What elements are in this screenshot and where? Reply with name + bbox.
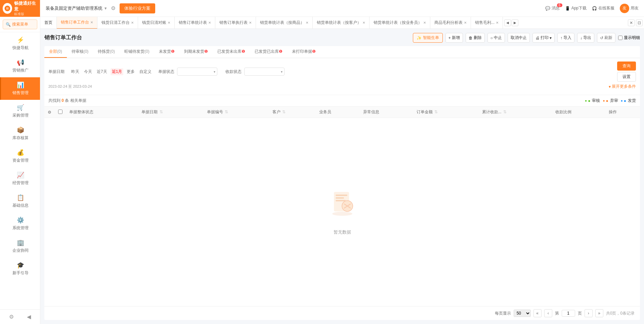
setting-button[interactable]: 设置 [617, 72, 636, 82]
svg-rect-3 [336, 197, 344, 199]
sidebar-item-purchase[interactable]: 🛒 采购管理 [0, 100, 40, 122]
sidebar-item-operations[interactable]: 📈 经营管理 [0, 167, 40, 190]
subtab-all[interactable]: 全部(0) [44, 46, 67, 58]
user-profile-btn[interactable]: 友 用友 [620, 4, 639, 13]
date-sort-icon[interactable]: ⇅ [160, 110, 163, 114]
first-page-button[interactable]: « [533, 309, 542, 317]
show-detail-checkbox[interactable] [618, 36, 622, 40]
show-detail-checkbox-label[interactable]: 显示明细 [618, 35, 640, 41]
gear-col-icon[interactable]: ⚙ [48, 110, 51, 115]
shortcut-custom[interactable]: 自定义 [138, 68, 153, 75]
shortcut-yesterday[interactable]: 昨天 [70, 68, 81, 75]
print-button[interactable]: 🖨 打印 ▾ [532, 33, 555, 43]
page-number-input[interactable] [562, 310, 575, 317]
expand-filter-button[interactable]: ▾ 展开更多条件 [609, 84, 636, 89]
shortcut-more[interactable]: 更多 [125, 68, 136, 75]
cancel-stop-button[interactable]: 取消中止 [508, 33, 530, 43]
tab-sales-staff[interactable]: 销货单统计表（按业务员） ✕ [370, 17, 430, 29]
th-received: 累计收款... ⇅ [479, 107, 552, 118]
subtab-shipped-not-out[interactable]: 已发货未出库❶ [213, 46, 250, 58]
sidebar-item-guide[interactable]: 🎓 新手引导 [0, 257, 40, 280]
tab-prev-arrow[interactable]: ◀ [504, 19, 511, 26]
tab-cash-daily[interactable]: 钱货日清工作台 ✕ [97, 17, 138, 29]
number-sort-icon[interactable]: ⇅ [225, 110, 228, 114]
subtab-expired[interactable]: 到期未发货❶ [179, 46, 213, 58]
subtab-shipped-out[interactable]: 已发货已出库❶ [250, 46, 287, 58]
tab-sales-stats[interactable]: 销售订单统计表 ✕ [175, 17, 215, 29]
tab-close-sales-more[interactable]: ✕ [496, 21, 499, 25]
search-menu-button[interactable]: 🔍 搜索菜单 [3, 19, 37, 29]
tab-close-sales-customer[interactable]: ✕ [362, 21, 365, 25]
sidebar-item-sales[interactable]: 📊 销售管理 [0, 77, 40, 100]
tab-close-sales-staff[interactable]: ✕ [423, 21, 426, 25]
subtab-pending-inspect[interactable]: 待拣货(0) [93, 46, 120, 58]
app-download-btn[interactable]: 📱 App下载 [565, 5, 587, 11]
received-sort-icon[interactable]: ⇅ [503, 110, 507, 114]
batch-deview-button[interactable]: ● 弃审 [603, 98, 618, 104]
sidebar-item-enterprise[interactable]: 🏢 企业协同 [0, 235, 40, 257]
collapse-sidebar-button[interactable]: ◀ [27, 314, 31, 320]
topbar-gear-icon[interactable]: ⚙ [111, 5, 116, 11]
add-button[interactable]: + 新增 [445, 33, 463, 43]
select-all-checkbox[interactable] [58, 110, 62, 114]
subtab-not-shipped[interactable]: 未发货❶ [154, 46, 179, 58]
tab-close-sales-product[interactable]: ✕ [306, 21, 308, 25]
subtab-wangpu[interactable]: 旺铺待发货(0) [120, 46, 154, 58]
finance-icon: 💰 [17, 149, 24, 156]
settings-icon[interactable]: ⚙ [9, 314, 14, 320]
tab-sales-customer[interactable]: 销货单统计表（按客户） ✕ [313, 17, 370, 29]
import-icon: ↑ [560, 36, 562, 40]
page-size-select[interactable]: 10 20 50 100 [514, 310, 531, 317]
tab-close-sales-exec[interactable]: ✕ [249, 21, 252, 25]
export-button[interactable]: ↓ 导出 [577, 33, 594, 43]
industry-btn[interactable]: 体验行业方案 [120, 3, 155, 13]
tab-sales-more[interactable]: 销售毛利... ✕ [471, 17, 503, 29]
status-select-wrap: 待审核 已审核 [177, 68, 217, 76]
message-btn[interactable]: 💬 消息 6 [545, 5, 560, 11]
smart-create-button[interactable]: ✨ 智能生单 [413, 33, 443, 43]
tab-cash-reconcile[interactable]: 钱货日清对账 ✕ [138, 17, 175, 29]
sidebar-item-system[interactable]: ⚙️ 系统管理 [0, 212, 40, 235]
tab-close-cash-reconcile[interactable]: ✕ [168, 21, 170, 25]
expand-tabs-button[interactable]: ⊡ [636, 19, 643, 26]
batch-review-button[interactable]: ● 审核 [585, 98, 600, 104]
tab-sales-order[interactable]: 销售订单工作台 ✕ [57, 17, 97, 29]
next-page-button[interactable]: › [585, 309, 593, 317]
tab-close-profit[interactable]: ✕ [464, 21, 467, 25]
payment-select[interactable]: 已收款 未收款 [244, 68, 285, 76]
chevron-down-icon: ▾ [609, 84, 611, 89]
shortcut-1month[interactable]: 近1月 [111, 68, 124, 75]
page-size-label: 每页显示 [495, 311, 511, 316]
horizontal-scrollbar[interactable] [44, 302, 640, 306]
subtab-pending-review[interactable]: 待审核(0) [67, 46, 93, 58]
refresh-button[interactable]: ↺ 刷新 [597, 33, 615, 43]
close-all-tabs-button[interactable]: ✕ [628, 19, 635, 26]
prev-page-button[interactable]: ‹ [544, 309, 552, 317]
amount-sort-icon[interactable]: ⇅ [434, 110, 438, 114]
tab-sales-exec[interactable]: 销售订单执行表 ✕ [215, 17, 256, 29]
shortcut-7days[interactable]: 近7天 [95, 68, 109, 75]
tab-next-arrow[interactable]: ▶ [512, 19, 518, 26]
online-service-btn[interactable]: 🎧 在线客服 [592, 5, 614, 11]
tab-close-cash-daily[interactable]: ✕ [131, 21, 134, 25]
shortcut-today[interactable]: 今天 [83, 68, 93, 75]
sidebar-item-base-info[interactable]: 📋 基础信息 [0, 190, 40, 212]
tab-close-sales-order[interactable]: ✕ [90, 21, 93, 24]
import-button[interactable]: ↑ 导入 [557, 33, 574, 43]
sidebar-item-finance[interactable]: 💰 资金管理 [0, 145, 40, 167]
status-select[interactable]: 待审核 已审核 [177, 68, 217, 76]
batch-ship-button[interactable]: ● 发货 [621, 98, 636, 104]
tab-sales-product[interactable]: 销货单统计表（按商品） ✕ [256, 17, 313, 29]
sidebar-item-quick-nav[interactable]: ⚡ 快捷导航 [0, 32, 40, 55]
subtab-not-printed[interactable]: 未打印单据❶ [287, 46, 320, 58]
delete-button[interactable]: 🗑 删除 [466, 33, 485, 43]
query-button[interactable]: 查询 [617, 62, 636, 71]
last-page-button[interactable]: » [595, 309, 603, 317]
sidebar-item-marketing[interactable]: 📢 营销推广 [0, 55, 40, 77]
sidebar-item-inventory[interactable]: 📦 库存核算 [0, 122, 40, 145]
tab-close-sales-stats[interactable]: ✕ [208, 21, 211, 25]
tab-profit[interactable]: 商品毛利分析表 ✕ [430, 17, 471, 29]
customer-sort-icon[interactable]: ⇅ [282, 110, 286, 114]
tab-home[interactable]: 首页 [40, 17, 57, 29]
stop-button[interactable]: ○ 中止 [487, 33, 505, 43]
